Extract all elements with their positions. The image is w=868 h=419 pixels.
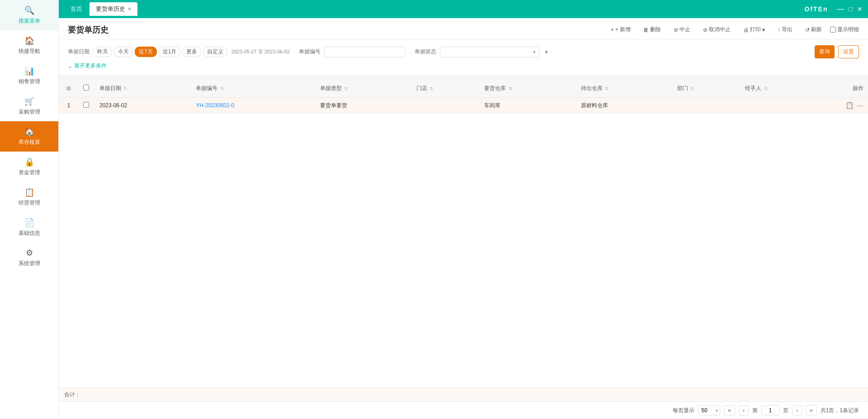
delete-button[interactable]: 🗑 删除	[639, 24, 665, 36]
refresh-button[interactable]: ↺ 刷新	[801, 24, 826, 36]
row-edit-icon[interactable]: 📋	[845, 101, 854, 110]
export-icon: ↑	[778, 27, 780, 33]
print-icon: 🖨	[743, 27, 749, 33]
sidebar-item-label: 系统管理	[19, 260, 40, 267]
tab-home[interactable]: 首页	[64, 2, 89, 16]
sidebar-item-purchase-mgmt[interactable]: 🛒 采购管理	[0, 91, 58, 121]
col-store[interactable]: 门店 ⇅	[412, 79, 480, 98]
cell-pending-warehouse: 原材料仓库	[576, 98, 673, 114]
sidebar-item-search-menu[interactable]: 🔍 搜索菜单	[0, 0, 58, 30]
per-page-select-wrap: 20 50 100	[698, 405, 720, 415]
cell-store	[412, 98, 480, 114]
prev-page-btn[interactable]: ‹	[739, 405, 749, 415]
sort-handler-icon: ⇅	[764, 86, 768, 91]
date-filter-item: 单据日期 昨天 今天 近7天 近1月 更多 自定义 2023-05-27 至 2…	[68, 47, 290, 57]
sidebar-item-system-mgmt[interactable]: ⚙ 系统管理	[0, 243, 58, 273]
date-btn-1month[interactable]: 近1月	[159, 47, 181, 57]
cell-handler	[741, 98, 823, 114]
window-minimize-btn[interactable]: —	[837, 5, 844, 13]
bill-no-link[interactable]: YH-20230602-0	[196, 102, 234, 109]
col-bill-no[interactable]: 单据编号 ⇅	[191, 79, 316, 98]
sidebar-item-basic-info[interactable]: 📄 基础信息	[0, 212, 58, 243]
tab-close-icon[interactable]: ×	[128, 6, 131, 12]
cell-dept	[673, 98, 741, 114]
status-select[interactable]	[440, 47, 539, 57]
column-settings-icon[interactable]: ⚙	[63, 83, 74, 94]
display-cell-checkbox[interactable]	[830, 27, 836, 33]
print-button[interactable]: 🖨 打印 ▾	[739, 24, 769, 36]
sidebar-item-operations-mgmt[interactable]: 📋 经营管理	[0, 182, 58, 212]
query-button[interactable]: 查询	[815, 45, 835, 58]
first-page-btn[interactable]: «	[724, 405, 735, 415]
date-btn-yesterday[interactable]: 昨天	[93, 47, 112, 57]
pagination: 每页显示 20 50 100 « ‹ 第 页 › » 共1页，1条记录	[59, 401, 868, 419]
sort-date-icon: ⇅	[123, 86, 127, 91]
header-actions: + + 新增 🗑 删除 ⊘ 中止 ⊘ 取消中止 🖨 打印 ▾ ↑	[606, 24, 859, 36]
col-handler[interactable]: 经手人 ⇅	[741, 79, 823, 98]
status-dropdown-icon: ▾	[545, 48, 548, 56]
suspend-icon: ⊘	[674, 27, 678, 33]
page-title: 要货单历史	[68, 24, 108, 35]
sidebar-item-label: 采购管理	[19, 108, 40, 116]
date-btn-more[interactable]: 更多	[182, 47, 201, 57]
col-pending-warehouse[interactable]: 待出仓库 ⇅	[576, 79, 673, 98]
col-handler-label: 经手人	[745, 85, 761, 91]
tab-active-label: 要货单历史	[96, 5, 125, 13]
display-cell-label: 显示明细	[837, 26, 859, 33]
col-date-label: 单据日期	[99, 85, 121, 91]
inventory-icon: 🏠	[24, 127, 34, 137]
cell-bill-no: YH-20230602-0	[191, 98, 316, 114]
current-page-input[interactable]	[761, 405, 779, 415]
col-checkbox	[79, 79, 95, 98]
col-bill-type[interactable]: 单据类型 ⇅	[316, 79, 412, 98]
expand-more-label: 展开更多条件	[74, 62, 107, 70]
tab-active[interactable]: 要货单历史 ×	[90, 2, 137, 16]
sort-bill-type-icon: ⇅	[344, 86, 348, 91]
expand-more-btn[interactable]: ⌄ 展开更多条件	[68, 62, 859, 70]
display-cell-toggle[interactable]: 显示明细	[830, 26, 859, 33]
operations-icon: 📋	[24, 187, 34, 197]
tab-home-label: 首页	[71, 5, 82, 13]
sidebar-item-sales-mgmt[interactable]: 📊 销售管理	[0, 61, 58, 91]
bill-no-filter-item: 单据编号	[299, 47, 406, 57]
new-button[interactable]: + + 新增	[606, 24, 635, 36]
cancel-suspend-button[interactable]: ⊘ 取消中止	[698, 24, 735, 36]
sidebar-item-finance-mgmt[interactable]: 🔒 资金管理	[0, 152, 58, 182]
export-button[interactable]: ↑ 导出	[773, 24, 797, 36]
sidebar-item-inventory[interactable]: 🏠 库存核算	[0, 121, 58, 152]
suspend-button[interactable]: ⊘ 中止	[669, 24, 695, 36]
last-page-btn[interactable]: »	[806, 405, 817, 415]
window-maximize-btn[interactable]: □	[849, 5, 853, 13]
sidebar: 🔍 搜索菜单 🏠 快捷导航 📊 销售管理 🛒 采购管理 🏠 库存核算 🔒 资金管…	[0, 0, 59, 419]
sidebar-item-label: 销售管理	[19, 78, 40, 86]
date-btn-today[interactable]: 今天	[114, 47, 133, 57]
status-filter-item: 单据状态 ▾	[415, 47, 548, 57]
date-btn-7days[interactable]: 近7天	[135, 47, 157, 57]
col-bill-type-label: 单据类型	[320, 85, 342, 91]
row-checkbox[interactable]	[83, 102, 89, 108]
col-date[interactable]: 单据日期 ⇅	[95, 79, 191, 98]
bill-no-input[interactable]	[324, 47, 406, 57]
sidebar-item-quick-nav[interactable]: 🏠 快捷导航	[0, 30, 58, 61]
setting-button[interactable]: 设置	[838, 45, 859, 58]
cell-checkbox	[79, 98, 95, 114]
col-settings: ⚙	[59, 79, 79, 98]
filter-row: 单据日期 昨天 今天 近7天 近1月 更多 自定义 2023-05-27 至 2…	[68, 45, 859, 58]
col-dept-label: 部门	[677, 85, 688, 91]
page-unit: 页	[783, 407, 788, 414]
window-close-btn[interactable]: ✕	[857, 5, 863, 13]
system-icon: ⚙	[26, 248, 33, 258]
col-req-warehouse[interactable]: 要货仓库 ⇅	[480, 79, 576, 98]
row-more-icon[interactable]: ⋯	[857, 101, 863, 110]
col-dept[interactable]: 部门 ⇅	[673, 79, 741, 98]
bill-no-label: 单据编号	[299, 48, 321, 56]
per-page-select[interactable]: 20 50 100	[698, 405, 720, 415]
next-page-btn[interactable]: ›	[792, 405, 802, 415]
per-page-label: 每页显示	[673, 407, 694, 414]
main-content: 首页 要货单历史 × OfTEn — □ ✕ 要货单历史 + + 新增 🗑 删除…	[59, 0, 868, 419]
select-all-checkbox[interactable]	[83, 85, 89, 90]
sales-icon: 📊	[24, 66, 34, 76]
brand-label: OfTEn	[805, 5, 828, 13]
date-btn-custom[interactable]: 自定义	[203, 47, 227, 57]
basic-info-icon: 📄	[24, 218, 34, 228]
